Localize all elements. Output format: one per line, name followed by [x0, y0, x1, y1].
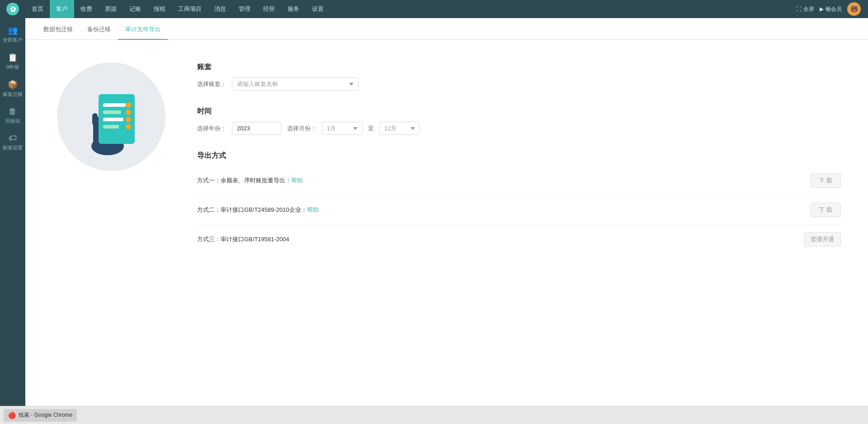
taskbar: 🔴线索 - Google Chrome — [0, 406, 868, 424]
sidebar-label-2: 账套迁移 — [3, 91, 23, 98]
sidebar-icon-2: 📦 — [8, 80, 18, 90]
sidebar-label-4: 标签设置 — [3, 144, 23, 151]
fullscreen-label: 全屏 — [803, 5, 814, 13]
time-title: 时间 — [197, 107, 841, 116]
to-label: 至 — [368, 124, 374, 133]
sidebar-item-1[interactable]: 📋0申报 — [0, 49, 25, 74]
nav-item-服务[interactable]: 服务 — [281, 0, 306, 18]
month-label: 选择月份： — [287, 124, 316, 133]
nav-item-客户[interactable]: 客户 — [50, 0, 74, 18]
tab-2[interactable]: 审计文件导出 — [118, 20, 168, 40]
sidebar: 👥全部客户📋0申报📦账套迁移🗑回收站🏷标签设置 — [0, 18, 25, 406]
member-button[interactable]: ▶ 畅会员 — [820, 5, 842, 13]
nav-item-报税[interactable]: 报税 — [147, 0, 172, 18]
sidebar-icon-4: 🏷 — [9, 133, 17, 143]
year-input[interactable] — [232, 122, 282, 135]
fullscreen-icon: ⛶ — [796, 6, 802, 12]
play-icon: ▶ — [820, 6, 824, 12]
content-area: 数据包迁移备份迁移审计文件导出 — [25, 18, 868, 406]
export-btn-0[interactable]: 下 载 — [810, 173, 841, 188]
export-label-0: 方式一：余额表、序时账批量导出：帮助 — [197, 176, 303, 185]
illustration-svg — [75, 76, 147, 157]
account-label: 选择账套： — [197, 80, 226, 88]
export-row-1: 方式二：审计接口GB/T24589-2010企业：帮助下 载 — [197, 195, 841, 225]
sidebar-icon-1: 📋 — [8, 52, 18, 62]
export-methods: 方式一：余额表、序时账批量导出：帮助下 载方式二：审计接口GB/T24589-2… — [197, 166, 841, 254]
logo[interactable]: ✿ — [0, 0, 25, 18]
taskbar-item-0[interactable]: 🔴线索 - Google Chrome — [4, 409, 77, 422]
taskbar-label-0: 线索 - Google Chrome — [19, 411, 72, 419]
tab-1[interactable]: 备份迁移 — [80, 20, 118, 40]
taskbar-icon-0: 🔴 — [8, 412, 16, 419]
sidebar-item-4[interactable]: 🏷标签设置 — [0, 130, 25, 155]
svg-point-11 — [126, 102, 131, 108]
month-from-select[interactable]: 1月2月3月4月5月6月7月8月9月10月11月12月 — [322, 122, 363, 135]
svg-point-12 — [126, 110, 131, 115]
nav-item-经营[interactable]: 经营 — [257, 0, 281, 18]
time-section: 时间 选择年份： 选择月份： 1月2月3月4月5月6月7月8月9月10月11月1… — [197, 107, 841, 138]
time-row: 选择年份： 选择月份： 1月2月3月4月5月6月7月8月9月10月11月12月 … — [197, 122, 841, 135]
sidebar-label-0: 全部客户 — [3, 37, 23, 43]
svg-rect-7 — [103, 103, 126, 107]
nav-item-记账[interactable]: 记账 — [123, 0, 147, 18]
svg-rect-2 — [92, 113, 98, 126]
export-help-link-1[interactable]: 帮助 — [307, 206, 319, 213]
sidebar-item-0[interactable]: 👥全部客户 — [0, 22, 25, 47]
sidebar-label-3: 回收站 — [5, 118, 20, 124]
export-btn-2[interactable]: 暂缓开通 — [804, 232, 841, 247]
avatar[interactable]: 🐻 — [847, 2, 861, 16]
sidebar-item-3[interactable]: 🗑回收站 — [0, 103, 25, 128]
main-layout: 👥全部客户📋0申报📦账套迁移🗑回收站🏷标签设置 数据包迁移备份迁移审计文件导出 — [0, 18, 868, 406]
sidebar-label-1: 0申报 — [6, 64, 19, 71]
tab-0[interactable]: 数据包迁移 — [36, 20, 80, 40]
tab-bar: 数据包迁移备份迁移审计文件导出 — [25, 18, 868, 40]
year-label: 选择年份： — [197, 124, 226, 133]
sidebar-icon-3: 🗑 — [9, 107, 17, 116]
account-section: 账套 选择账套： 请输入账套名称 — [197, 62, 841, 94]
svg-point-13 — [126, 117, 131, 122]
export-btn-1[interactable]: 下 载 — [810, 203, 841, 217]
export-label-1: 方式二：审计接口GB/T24589-2010企业：帮助 — [197, 206, 319, 214]
export-label-2: 方式三：审计接口GB/T19581-2004 — [197, 235, 289, 243]
sidebar-item-2[interactable]: 📦账套迁移 — [0, 76, 25, 101]
nav-item-消息[interactable]: 消息 — [208, 0, 232, 18]
svg-rect-9 — [103, 118, 123, 121]
logo-icon: ✿ — [10, 5, 16, 14]
nav-item-票据[interactable]: 票据 — [99, 0, 123, 18]
nav-item-首页[interactable]: 首页 — [25, 0, 50, 18]
month-to-select[interactable]: 1月2月3月4月5月6月7月8月9月10月11月12月 — [379, 122, 420, 135]
form-area: 账套 选择账套： 请输入账套名称 时间 选择年份： 选择月份： — [197, 58, 841, 254]
fullscreen-button[interactable]: ⛶ 全屏 — [796, 5, 814, 13]
account-title: 账套 — [197, 62, 841, 72]
nav-item-工商项目[interactable]: 工商项目 — [172, 0, 208, 18]
export-row-2: 方式三：审计接口GB/T19581-2004暂缓开通 — [197, 225, 841, 254]
export-text-1: 方式二：审计接口GB/T24589-2010企业： — [197, 206, 307, 213]
sidebar-icon-0: 👥 — [8, 25, 18, 35]
svg-rect-10 — [103, 125, 119, 129]
export-help-link-0[interactable]: 帮助 — [291, 177, 303, 184]
member-label: 畅会员 — [826, 5, 842, 13]
nav-items: 首页客户收费票据记账报税工商项目消息管理经营服务设置 — [25, 0, 796, 18]
export-text-0: 方式一：余额表、序时账批量导出： — [197, 177, 291, 184]
svg-point-14 — [126, 124, 131, 129]
illustration-circle — [57, 62, 165, 171]
illustration-area — [52, 58, 170, 176]
account-select[interactable]: 请输入账套名称 — [232, 77, 359, 91]
nav-right: ⛶ 全屏 ▶ 畅会员 🐻 — [796, 2, 868, 16]
account-row: 选择账套： 请输入账套名称 — [197, 77, 841, 91]
logo-circle: ✿ — [6, 3, 19, 15]
export-section: 导出方式 方式一：余额表、序时账批量导出：帮助下 载方式二：审计接口GB/T24… — [197, 151, 841, 254]
export-title: 导出方式 — [197, 151, 841, 161]
nav-item-设置[interactable]: 设置 — [306, 0, 330, 18]
page-content: 账套 选择账套： 请输入账套名称 时间 选择年份： 选择月份： — [25, 40, 868, 406]
nav-item-管理[interactable]: 管理 — [232, 0, 257, 18]
export-text-2: 方式三：审计接口GB/T19581-2004 — [197, 236, 289, 243]
nav-item-收费[interactable]: 收费 — [74, 0, 99, 18]
svg-rect-8 — [103, 110, 121, 114]
top-navigation: ✿ 首页客户收费票据记账报税工商项目消息管理经营服务设置 ⛶ 全屏 ▶ 畅会员 … — [0, 0, 868, 18]
export-row-0: 方式一：余额表、序时账批量导出：帮助下 载 — [197, 166, 841, 195]
